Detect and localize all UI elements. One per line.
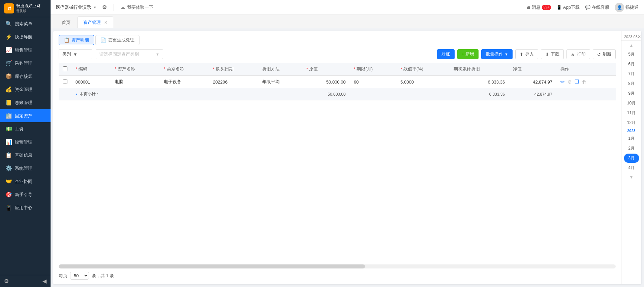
- import-button[interactable]: ⬆ 导入: [515, 49, 538, 59]
- sidebar-item-guide[interactable]: 🎯 新手引导: [0, 188, 51, 201]
- notifications-label: 消息: [532, 4, 541, 10]
- select-all-checkbox[interactable]: [63, 66, 67, 71]
- subtab-bar: 📋 资产明细 📄 变更生成凭证: [59, 35, 616, 45]
- rs-month-9[interactable]: 9月: [624, 89, 639, 98]
- subtotal-row: ▪ 本页小计： 50,000.00 6,333.36 42,874.97: [59, 88, 616, 100]
- category-select[interactable]: 请选择固定资产类别 ▼: [96, 49, 163, 59]
- row-checkbox-cell: [59, 76, 71, 88]
- edit-icon[interactable]: ✏: [560, 79, 565, 85]
- refresh-button[interactable]: ↺ 刷新: [593, 49, 616, 59]
- asset-table: 编码 资产名称 类别名称 购买日期 折旧方法 原值 期限(月) 残值率(%) 期…: [59, 63, 616, 100]
- rs-month-2[interactable]: 2月: [624, 144, 639, 153]
- rs-scroll-down-icon[interactable]: ▼: [629, 174, 634, 180]
- main-panel: 📋 资产明细 📄 变更生成凭证 类别 ▼ 请选择固定资产类别: [53, 31, 621, 284]
- rs-month-7[interactable]: 7月: [624, 69, 639, 78]
- rs-month-1[interactable]: 1月: [624, 134, 639, 143]
- duplicate-icon[interactable]: ❐: [575, 79, 579, 85]
- rs-month-3[interactable]: 3月: [624, 154, 639, 163]
- tab-asset-management[interactable]: 资产管理 ✕: [78, 17, 113, 28]
- header-name: 资产名称: [111, 63, 160, 76]
- sidebar-item-corp_collab[interactable]: 🤝 企业协同: [0, 175, 51, 188]
- rs-month-6[interactable]: 6月: [624, 60, 639, 69]
- sidebar-item-label-guide: 新手引导: [15, 192, 32, 198]
- sidebar-item-sales[interactable]: 📈 销售管理: [0, 43, 51, 57]
- table-head: 编码 资产名称 类别名称 购买日期 折旧方法 原值 期限(月) 残值率(%) 期…: [59, 63, 616, 76]
- search-icon: 🔍: [5, 21, 11, 27]
- sidebar-logo: 财 畅捷通好业财 普及版: [0, 0, 51, 17]
- header-checkbox-cell: [59, 63, 71, 76]
- tab-home[interactable]: 首页: [56, 17, 76, 28]
- per-page-label: 每页: [59, 273, 67, 279]
- trial-button[interactable]: ☁ 我要体验一下: [121, 4, 153, 10]
- row-depreciation-method: 年限平均: [258, 76, 302, 88]
- trial-text: 我要体验一下: [127, 4, 153, 10]
- download-button[interactable]: ⬇ 下载: [541, 49, 564, 59]
- sidebar-item-label-search: 搜索菜单: [15, 21, 32, 27]
- sidebar-item-fixed_assets[interactable]: 🏢 固定资产: [0, 109, 51, 122]
- sidebar-item-label-funds: 资金管理: [15, 87, 32, 93]
- online-service-button[interactable]: 💬 在线客服: [585, 4, 609, 10]
- sidebar-menu: 🔍 搜索菜单 ⚡ 快捷导航 📈 销售管理 🛒 采购管理 📦 库存核算 💰 资金管…: [0, 17, 51, 275]
- operations-icon: 📊: [5, 139, 11, 145]
- rs-month-4[interactable]: 4月: [624, 163, 639, 172]
- total-label: 条，共 1 条: [92, 273, 114, 279]
- row-purchase-date: 202206: [209, 76, 258, 88]
- header-accumulated-depreciation: 期初累计折旧: [450, 63, 509, 76]
- rs-month-5[interactable]: 5月: [624, 50, 639, 59]
- subtotal-accumulated: 6,333.36: [450, 88, 509, 100]
- sidebar-footer: ⚙ ◀: [0, 275, 51, 287]
- sidebar-item-search[interactable]: 🔍 搜索菜单: [0, 17, 51, 30]
- copy-icon[interactable]: ⊘: [568, 79, 572, 85]
- subtab-asset-detail[interactable]: 📋 资产明细: [59, 35, 94, 45]
- tab-close-icon[interactable]: ✕: [104, 20, 108, 25]
- app-edition: 普及版: [16, 9, 40, 13]
- horizontal-scrollbar[interactable]: [59, 264, 616, 268]
- rs-month-12[interactable]: 12月: [624, 118, 639, 127]
- main-area: 医疗器械行业演示 ▼ ⚙ ☁ 我要体验一下 🖥 消息 99+ 📱 App下载 💬…: [51, 0, 644, 287]
- reconcile-button[interactable]: 对账: [437, 49, 455, 59]
- sidebar-item-purchase[interactable]: 🛒 采购管理: [0, 57, 51, 70]
- sidebar-item-inventory[interactable]: 📦 库存核算: [0, 70, 51, 83]
- sidebar-item-label-inventory: 库存核算: [15, 73, 32, 79]
- sidebar-item-app_center[interactable]: 📱 应用中心: [0, 201, 51, 214]
- rs-month-11[interactable]: 11月: [624, 108, 639, 118]
- sidebar-item-basic_info[interactable]: 📋 基础信息: [0, 149, 51, 162]
- collapse-icon[interactable]: ◀: [42, 278, 47, 284]
- batch-button[interactable]: 批量操作 ▼: [481, 49, 513, 59]
- company-selector[interactable]: 医疗器械行业演示 ▼: [56, 4, 97, 10]
- sidebar-item-payroll[interactable]: 💵 工资: [0, 122, 51, 135]
- settings-icon[interactable]: ⚙: [4, 278, 9, 284]
- sidebar-item-operations[interactable]: 📊 经营管理: [0, 135, 51, 149]
- rs-year-month-label: 2023.03: [624, 35, 638, 39]
- delete-icon[interactable]: 🗑: [582, 79, 587, 85]
- settings-gear-icon[interactable]: ⚙: [102, 4, 107, 10]
- basic_info-icon: 📋: [5, 152, 11, 158]
- row-checkbox[interactable]: [63, 79, 67, 84]
- sidebar: 财 畅捷通好业财 普及版 🔍 搜索菜单 ⚡ 快捷导航 📈 销售管理 🛒 采购管理…: [0, 0, 51, 287]
- table-header-row: 编码 资产名称 类别名称 购买日期 折旧方法 原值 期限(月) 残值率(%) 期…: [59, 63, 616, 76]
- toolbar: 类别 ▼ 请选择固定资产类别 ▼ 对账 + 新增: [59, 49, 616, 59]
- sidebar-item-quicknav[interactable]: ⚡ 快捷导航: [0, 30, 51, 43]
- header-net-value: 净值: [509, 63, 556, 76]
- per-page-select[interactable]: 50 10 20 100: [70, 272, 89, 280]
- notifications-button[interactable]: 🖥 消息 99+: [526, 4, 551, 10]
- sidebar-item-ledger[interactable]: 📒 总账管理: [0, 96, 51, 109]
- rs-scroll-up-icon[interactable]: ▲: [629, 43, 634, 48]
- rs-month-10[interactable]: 10月: [624, 99, 639, 108]
- subtab-change-voucher[interactable]: 📄 变更生成凭证: [95, 35, 140, 45]
- print-button[interactable]: 🖨 打印: [566, 49, 590, 59]
- rs-close-icon[interactable]: ✕: [638, 34, 641, 39]
- new-button[interactable]: + 新增: [457, 49, 479, 59]
- user-name: 畅捷通: [625, 4, 639, 10]
- app-download-button[interactable]: 📱 App下载: [556, 4, 580, 10]
- table-row: 000001 电脑 电子设备 202206 年限平均 50,000.00 60 …: [59, 76, 616, 88]
- user-menu[interactable]: 👤 畅捷通: [615, 3, 639, 12]
- sidebar-item-label-sales: 销售管理: [15, 47, 32, 53]
- row-actions: ✏ ⊘ ❐ 🗑: [556, 76, 616, 88]
- sidebar-item-label-basic_info: 基础信息: [15, 152, 32, 158]
- rs-month-8[interactable]: 8月: [624, 79, 639, 88]
- sidebar-item-funds[interactable]: 💰 资金管理: [0, 83, 51, 96]
- notifications-badge: 99+: [542, 5, 551, 10]
- header-code: 编码: [71, 63, 111, 76]
- sidebar-item-system[interactable]: ⚙️ 系统管理: [0, 162, 51, 175]
